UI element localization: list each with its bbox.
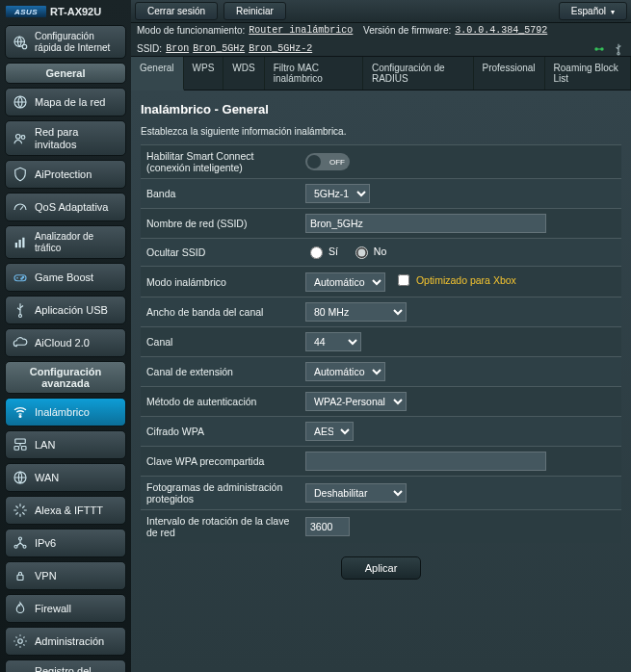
pmf-select[interactable]: Deshabilitar <box>305 483 407 503</box>
users-icon <box>12 130 29 147</box>
svg-point-3 <box>16 134 21 139</box>
row-label-wpa-enc: Cifrado WPA <box>141 417 300 447</box>
channel-bw-select[interactable]: 80 MHz <box>305 302 407 322</box>
bars-icon <box>12 234 29 251</box>
sidebar-item-guest-network[interactable]: Red para invitados <box>5 120 126 156</box>
hide-ssid-no[interactable]: No <box>351 244 386 259</box>
sidebar-item-wireless[interactable]: Inalámbrico <box>5 398 126 426</box>
mode-label: Modo de funcionamiento: <box>137 25 245 36</box>
sidebar-item-vpn[interactable]: VPN <box>5 561 126 590</box>
usb-status-icon[interactable] <box>612 42 625 54</box>
wpa-enc-select[interactable]: AES <box>305 422 354 441</box>
language-select[interactable]: Español▾ <box>559 2 627 20</box>
row-label-psk: Clave WPA precompartida <box>141 447 300 477</box>
sidebar-item-ipv6[interactable]: IPv6 <box>5 529 126 557</box>
page-description: Establezca la siguiente información inal… <box>141 126 621 137</box>
sidebar-item-usb-application[interactable]: Aplicación USB <box>5 296 126 324</box>
sidebar-item-label: Alexa & IFTTT <box>35 504 103 517</box>
mesh-status-icon[interactable] <box>592 42 606 54</box>
xbox-optimized-checkbox[interactable]: Optimizado para Xbox <box>394 271 516 289</box>
logout-button[interactable]: Cerrar sesión <box>135 2 218 20</box>
mode-value[interactable]: Router inalámbrico <box>249 25 353 36</box>
sidebar-item-label: Configuración rápida de Internet <box>35 31 119 53</box>
cloud-icon <box>12 334 29 351</box>
gkr-input[interactable] <box>305 517 350 536</box>
tab-wds[interactable]: WDS <box>223 57 264 90</box>
tab-wps[interactable]: WPS <box>184 57 224 90</box>
row-label-wireless-mode: Modo inalámbrico <box>141 267 300 297</box>
row-label-hide-ssid: Ocultar SSID <box>141 239 300 267</box>
svg-point-11 <box>19 315 22 318</box>
ssid-value-1: Bron_5GHz <box>193 43 245 54</box>
row-label-gkr: Intervalo de rotación de la clave de red <box>141 510 300 544</box>
svg-point-12 <box>19 416 21 418</box>
svg-point-9 <box>22 277 24 279</box>
hide-ssid-yes[interactable]: Sí <box>305 244 338 259</box>
sidebar-item-quick-setup[interactable]: Configuración rápida de Internet <box>5 25 126 59</box>
tab-general[interactable]: General <box>131 57 184 90</box>
wireless-mode-select[interactable]: Automático <box>305 272 385 292</box>
sidebar-item-wan[interactable]: WAN <box>5 463 126 492</box>
ssid-input[interactable] <box>305 214 546 233</box>
band-select[interactable]: 5GHz-1 <box>305 184 370 203</box>
tab-radius[interactable]: Configuración de RADIUS <box>363 57 474 90</box>
gamepad-icon <box>12 269 29 286</box>
tab-professional[interactable]: Professional <box>474 57 545 90</box>
svg-point-21 <box>18 639 23 644</box>
psk-input[interactable] <box>305 452 546 471</box>
row-label-channel: Canal <box>141 327 300 357</box>
flame-icon <box>12 600 29 617</box>
row-label-auth-method: Método de autenticación <box>141 387 300 417</box>
sidebar-item-label: Red para invitados <box>35 126 119 150</box>
channel-select[interactable]: 44 <box>305 332 361 351</box>
sidebar-item-alexa-ifttt[interactable]: Alexa & IFTTT <box>5 496 126 525</box>
sidebar-item-label: IPv6 <box>35 537 56 550</box>
sidebar-item-network-map[interactable]: Mapa de la red <box>5 88 126 116</box>
settings-table: Habilitar Smart Connect (conexión inteli… <box>141 144 621 543</box>
sidebar-item-administration[interactable]: Administración <box>5 627 126 656</box>
firmware-label: Versión de firmware: <box>363 25 451 36</box>
sidebar-item-label: Inalámbrico <box>35 406 90 419</box>
svg-rect-15 <box>22 447 27 451</box>
page-title: Inalámbrico - General <box>141 102 621 116</box>
sidebar-item-label: Registro del sistema <box>35 665 119 672</box>
firmware-value[interactable]: 3.0.0.4.384_5792 <box>455 25 547 36</box>
sidebar-item-label: Administración <box>35 635 104 648</box>
status-bar: Modo de funcionamiento: Router inalámbri… <box>131 23 631 57</box>
spark-icon <box>12 502 29 519</box>
sidebar-item-aiprotection[interactable]: AiProtection <box>5 160 126 189</box>
sub-tabs: General WPS WDS Filtro MAC inalámbrico C… <box>131 57 631 90</box>
svg-rect-6 <box>19 240 21 247</box>
sidebar-item-game-boost[interactable]: Game Boost <box>5 263 126 292</box>
globe-icon <box>12 93 29 111</box>
top-bar: Cerrar sesión Reiniciar Español▾ <box>131 0 631 23</box>
auth-method-select[interactable]: WPA2-Personal <box>305 392 407 411</box>
sidebar-item-adaptive-qos[interactable]: QoS Adaptativa <box>5 193 126 221</box>
apply-button[interactable]: Aplicar <box>341 556 422 580</box>
sidebar-item-label: Game Boost <box>35 271 93 284</box>
reboot-button[interactable]: Reiniciar <box>223 2 286 20</box>
tab-roaming-block[interactable]: Roaming Block List <box>545 57 631 90</box>
gauge-icon <box>12 198 29 216</box>
row-label-ext-channel: Canal de extensión <box>141 357 300 387</box>
row-label-ssid: Nombre de red (SSID) <box>141 209 300 239</box>
sidebar-item-lan[interactable]: LAN <box>5 430 126 459</box>
ssid-value-0: Bron <box>166 43 189 54</box>
svg-rect-5 <box>15 243 17 247</box>
chevron-down-icon: ▾ <box>611 8 615 16</box>
sidebar-item-system-log[interactable]: Registro del sistema <box>5 659 126 672</box>
ext-channel-select[interactable]: Automático <box>305 362 385 381</box>
content-area: Inalámbrico - General Establezca la sigu… <box>131 90 631 672</box>
brand-logo: ASUS <box>6 6 46 17</box>
row-label-smart-connect: Habilitar Smart Connect (conexión inteli… <box>141 145 300 179</box>
svg-point-1 <box>22 44 27 49</box>
usb-icon <box>12 301 29 319</box>
sidebar-item-label: Mapa de la red <box>35 96 105 109</box>
language-label: Español <box>571 6 606 16</box>
sidebar-item-traffic-analyzer[interactable]: Analizador de tráfico <box>5 225 126 259</box>
sidebar-item-aicloud[interactable]: AiCloud 2.0 <box>5 328 126 357</box>
ssid-value-2: Bron_5GHz-2 <box>249 43 312 54</box>
sidebar-item-firewall[interactable]: Firewall <box>5 594 126 623</box>
tab-mac-filter[interactable]: Filtro MAC inalámbrico <box>265 57 363 90</box>
smart-connect-toggle[interactable]: OFF <box>305 153 350 170</box>
